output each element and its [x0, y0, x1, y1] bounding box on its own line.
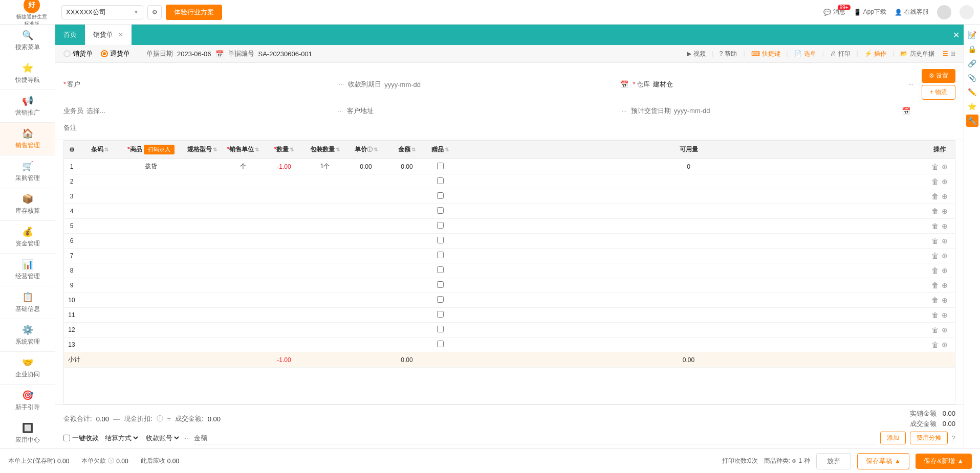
row-price[interactable]: 0.00	[345, 159, 386, 174]
copy-icon[interactable]: ⊕	[942, 163, 948, 171]
row-product[interactable]	[120, 174, 182, 189]
row-qty[interactable]	[264, 278, 304, 293]
delete-icon[interactable]: 🗑	[931, 163, 939, 171]
row-gift[interactable]	[427, 249, 453, 263]
row-qty[interactable]	[264, 174, 304, 189]
copy-icon[interactable]: ⊕	[942, 207, 948, 215]
sidebar-item-basic[interactable]: 📋 基础信息	[0, 286, 55, 319]
payment-method-select[interactable]: 结算方式	[103, 434, 140, 442]
abandon-button[interactable]: 放弃	[816, 453, 851, 469]
toolbar-video[interactable]: ▶ 视频	[687, 50, 706, 58]
sidebar-item-purchase[interactable]: 🛒 采购管理	[0, 155, 55, 188]
delete-icon[interactable]: 🗑	[931, 252, 939, 260]
note-button[interactable]: 📝	[966, 29, 978, 41]
row-price[interactable]	[345, 174, 386, 189]
copy-icon[interactable]: ⊕	[942, 252, 948, 260]
row-gift[interactable]	[427, 234, 453, 249]
row-qty[interactable]	[264, 308, 304, 323]
row-spec[interactable]	[182, 278, 223, 293]
row-product[interactable]	[120, 219, 182, 234]
row-gift[interactable]	[427, 174, 453, 189]
row-gift[interactable]	[427, 204, 453, 219]
save-new-button[interactable]: 保存&新增 ▲	[916, 454, 972, 469]
row-gift[interactable]	[427, 159, 453, 174]
gear-button[interactable]: ⚙	[147, 5, 162, 19]
row-price[interactable]	[345, 263, 386, 278]
company-selector[interactable]: XXXXXX公司 ▼	[61, 5, 143, 19]
row-barcode[interactable]	[79, 263, 120, 278]
delete-icon[interactable]: 🗑	[931, 296, 939, 304]
row-qty[interactable]	[264, 263, 304, 278]
row-gift[interactable]	[427, 263, 453, 278]
sidebar-item-operation[interactable]: 📊 经营管理	[0, 254, 55, 286]
discount-help-icon[interactable]: ⓘ	[157, 414, 163, 423]
radio-sales-order[interactable]: 销货单	[63, 49, 93, 58]
row-barcode[interactable]	[79, 174, 120, 189]
col-settings[interactable]: ⚙	[64, 141, 79, 159]
row-barcode[interactable]	[79, 204, 120, 219]
row-product[interactable]	[120, 278, 182, 293]
row-barcode[interactable]	[79, 308, 120, 323]
row-gift[interactable]	[427, 219, 453, 234]
row-gift[interactable]	[427, 278, 453, 293]
avatar[interactable]	[937, 5, 951, 19]
sidebar-item-sales[interactable]: 🏠 销售管理	[0, 123, 55, 155]
lock-button[interactable]: 🔒	[966, 43, 978, 55]
remark-input[interactable]	[81, 122, 955, 133]
toolbar-operate[interactable]: ⚡ 操作	[864, 50, 886, 58]
sidebar-item-search[interactable]: 🔍 搜索菜单	[0, 25, 55, 57]
customer-more-icon[interactable]: ···	[339, 81, 344, 88]
row-spec[interactable]	[182, 219, 223, 234]
copy-icon[interactable]: ⊕	[942, 326, 948, 334]
row-spec[interactable]	[182, 159, 223, 174]
row-price[interactable]	[345, 323, 386, 337]
delete-icon[interactable]: 🗑	[931, 192, 939, 200]
delete-icon[interactable]: 🗑	[931, 266, 939, 275]
customer-address-input[interactable]	[377, 105, 618, 117]
row-product[interactable]	[120, 189, 182, 204]
one-click-payment[interactable]: 一键收款	[63, 434, 99, 443]
tab-sales-order[interactable]: 销货单 ✕	[85, 25, 132, 45]
row-product[interactable]	[120, 249, 182, 263]
delete-icon[interactable]: 🗑	[931, 177, 939, 186]
radio-return-order[interactable]: 退货单	[101, 49, 130, 58]
attachment-button[interactable]: 📎	[966, 72, 978, 84]
row-barcode[interactable]	[79, 189, 120, 204]
copy-icon[interactable]: ⊕	[942, 222, 948, 230]
row-product[interactable]	[120, 204, 182, 219]
warehouse-more-icon[interactable]: ···	[908, 81, 913, 88]
delete-icon[interactable]: 🗑	[931, 281, 939, 289]
row-qty[interactable]	[264, 204, 304, 219]
due-date-calendar-icon[interactable]: 📅	[620, 80, 628, 88]
row-product[interactable]	[120, 263, 182, 278]
trial-button[interactable]: 体验行业方案	[166, 5, 222, 20]
sidebar-item-app-center[interactable]: 🔲 应用中心	[0, 417, 55, 448]
sidebar-item-marketing[interactable]: 📢 营销推广	[0, 90, 55, 123]
row-barcode[interactable]	[79, 293, 120, 308]
sidebar-item-system[interactable]: ⚙️ 系统管理	[0, 319, 55, 352]
copy-icon[interactable]: ⊕	[942, 311, 948, 319]
copy-icon[interactable]: ⊕	[942, 266, 948, 275]
tab-close-icon[interactable]: ✕	[118, 31, 123, 38]
row-price[interactable]	[345, 293, 386, 308]
message-button[interactable]: 💬 消息 99+	[823, 8, 845, 16]
view-toggle-list[interactable]: ☰	[943, 50, 948, 57]
payment-amount-input[interactable]	[194, 432, 876, 444]
row-gift[interactable]	[427, 323, 453, 337]
copy-icon[interactable]: ⊕	[942, 341, 948, 349]
row-product[interactable]	[120, 323, 182, 337]
copy-icon[interactable]: ⊕	[942, 177, 948, 186]
settings-button[interactable]: ⚙ 设置	[922, 69, 955, 83]
row-spec[interactable]	[182, 293, 223, 308]
copy-icon[interactable]: ⊕	[942, 296, 948, 304]
row-barcode[interactable]	[79, 249, 120, 263]
close-window-icon[interactable]: ✕	[953, 30, 960, 40]
sidebar-item-quick-nav[interactable]: ⭐ 快捷导航	[0, 57, 55, 90]
add-payment-button[interactable]: 添加	[880, 432, 906, 444]
row-gift[interactable]	[427, 337, 453, 352]
delete-icon[interactable]: 🗑	[931, 207, 939, 215]
view-toggle-grid[interactable]: ⊞	[950, 50, 955, 57]
one-click-checkbox[interactable]	[63, 435, 70, 441]
avatar-extra[interactable]	[960, 5, 974, 19]
copy-icon[interactable]: ⊕	[942, 192, 948, 200]
